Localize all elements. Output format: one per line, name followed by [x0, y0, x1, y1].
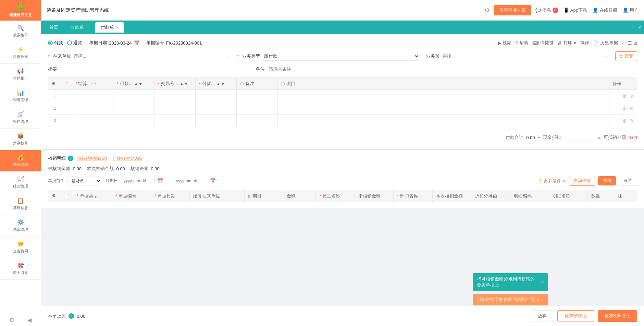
row2-c2[interactable] — [113, 102, 154, 114]
save-draft-button[interactable]: 保存草稿 ∧ — [557, 310, 594, 322]
sidebar-item-guide[interactable]: 🎯 新手引导 — [0, 258, 41, 280]
row1-c2[interactable] — [113, 90, 154, 102]
row1-c1[interactable] — [72, 90, 113, 102]
reconcile-help-icon[interactable]: ? — [68, 156, 73, 161]
col-settings[interactable]: ⚙ — [48, 78, 62, 89]
sidebar-item-enterprise[interactable]: 🤝 企业协同 — [0, 237, 41, 258]
row3-c3[interactable] — [154, 114, 196, 127]
payment-radio[interactable]: 付款 — [48, 40, 63, 46]
sidebar-item-operation[interactable]: 📈 经营管理 — [0, 172, 41, 193]
row3-c1[interactable] — [72, 114, 113, 127]
done-tab[interactable]: 已核销单据(0笔) — [113, 156, 143, 161]
sidebar-item-finance[interactable]: 💰 资金管理 — [0, 150, 41, 172]
next-icon[interactable]: › — [625, 40, 627, 46]
query-btn[interactable]: 查询 — [598, 176, 616, 185]
cash-split-input[interactable] — [568, 134, 595, 141]
doc-range-select[interactable]: 进货单 — [67, 177, 101, 185]
biz-type-select[interactable]: 应付款 — [263, 52, 419, 61]
tab-receipt-close[interactable]: × — [86, 25, 88, 30]
grid-view-icon[interactable]: ⊞ — [633, 40, 637, 46]
row1-c5[interactable] — [237, 90, 278, 102]
tab-payment[interactable]: 付款单 × — [95, 22, 124, 33]
col-txid-arrows[interactable]: ▲▼ — [179, 81, 188, 86]
calendar-icon[interactable]: 📅 — [134, 40, 139, 46]
tab-payment-close[interactable]: × — [116, 25, 119, 30]
action-help[interactable]: ? 帮助 — [516, 40, 528, 46]
rtcol-gear[interactable]: ⚙ — [48, 190, 62, 202]
refund-radio[interactable]: 退款 — [67, 40, 82, 46]
sidebar-item-sales[interactable]: 📊 销售管理 — [0, 85, 41, 107]
list-view-icon[interactable]: ☰ — [628, 40, 632, 46]
row3-c6[interactable] — [278, 114, 609, 127]
calendar-from-icon[interactable]: 📅 — [158, 178, 163, 183]
col-pay2-arrows[interactable]: ▲▼ — [216, 81, 225, 86]
save-new-button[interactable]: 保存&新增 ∧ — [598, 310, 637, 322]
online-service-item[interactable]: 👤 在线客服 — [593, 7, 617, 13]
pending-tab[interactable]: 待核销单据(0笔) — [77, 156, 107, 161]
staff-input[interactable] — [442, 52, 602, 60]
action-video[interactable]: ▶ 视频 — [498, 40, 511, 46]
setting-button[interactable]: ⚙ 设置 — [615, 51, 637, 61]
message-item[interactable]: 💬 消息 6 — [535, 7, 558, 13]
row3-delete-icon[interactable]: 🗑 — [622, 118, 627, 123]
sidebar-item-inventory[interactable]: 📦 库存核算 — [0, 129, 41, 150]
action-shortcut[interactable]: ⌨ 快捷键 — [532, 40, 554, 46]
row2-c4[interactable] — [196, 102, 237, 114]
row2-c1[interactable] — [72, 102, 113, 114]
row3-c2[interactable] — [113, 114, 154, 127]
remark-input[interactable] — [269, 65, 637, 73]
summary-input[interactable] — [61, 65, 245, 73]
sidebar-item-nav[interactable]: ⚡ 快捷导航 — [0, 42, 41, 64]
set-btn[interactable]: 设置 — [619, 176, 637, 186]
prev-icon[interactable]: ‹ — [622, 40, 623, 46]
tooltip-orange-close[interactable]: × — [537, 297, 540, 302]
row3-c5[interactable] — [237, 114, 278, 127]
row1-c4[interactable] — [196, 90, 237, 102]
tab-receipt[interactable]: 收款单 × — [65, 22, 94, 33]
col-pay1-arrows[interactable]: ▲▼ — [134, 81, 143, 86]
row3-c4[interactable] — [196, 114, 237, 127]
tooltip-teal-close[interactable]: × — [541, 279, 544, 285]
row1-c3[interactable] — [154, 90, 196, 102]
collapse-icon[interactable]: ◀ — [27, 317, 32, 323]
close-all-tabs-icon[interactable]: × — [638, 24, 641, 31]
app-download-item[interactable]: 📱 App下载 — [564, 7, 587, 13]
experience-btn[interactable]: 体验行业方案 — [494, 5, 531, 15]
tab-home[interactable]: 首页 — [44, 22, 64, 33]
sidebar-item-search[interactable]: 🔍 搜索菜单 — [0, 21, 41, 42]
rtcol-check[interactable]: ☐ — [62, 190, 73, 202]
settings-icon[interactable]: ⚙ — [485, 7, 490, 13]
abandon-button[interactable]: 放弃 — [531, 310, 554, 322]
form-container: 付款 退款 单据日期 2023-03-24 📅 单据编号 FK-20230324… — [41, 34, 644, 149]
counterpart-more-icon[interactable]: ··· — [226, 54, 230, 59]
settings-bottom-icon[interactable]: ⚙ — [9, 317, 14, 323]
sidebar-item-basic[interactable]: 📋 基础信息 — [0, 193, 41, 215]
row2-c6[interactable] — [278, 102, 609, 114]
col-settle-arrows[interactable]: ▲▼ — [91, 83, 97, 85]
calendar-to-icon[interactable]: 📅 — [210, 178, 215, 183]
action-history[interactable]: 📄 历史单据 — [593, 40, 618, 46]
auto-reconcile-btn[interactable]: 自动核销 — [569, 176, 595, 186]
action-print[interactable]: 🖨 打印 ▾ — [558, 40, 576, 46]
row2-copy-icon[interactable]: ⊕ — [629, 106, 633, 111]
user-item[interactable]: 👤 用户 — [623, 7, 639, 13]
sidebar-item-system[interactable]: ⚙️ 系统管理 — [0, 215, 41, 237]
row2-c5[interactable] — [237, 102, 278, 114]
date-from-input[interactable] — [121, 177, 155, 185]
date-to-input[interactable] — [173, 177, 207, 185]
row1-delete-icon[interactable]: 🗑 — [622, 93, 627, 99]
more-filter-btn[interactable]: ▽ 更多条件 ∧ — [538, 178, 566, 184]
date-value[interactable]: 2023-03-24 — [109, 40, 132, 46]
row2-delete-icon[interactable]: 🗑 — [622, 106, 627, 111]
row2-c3[interactable] — [154, 102, 196, 114]
sidebar-label-enterprise: 企业协同 — [13, 249, 28, 254]
bottom-help-icon[interactable]: ? — [69, 313, 74, 319]
staff-more-icon[interactable]: ··· — [605, 54, 608, 59]
action-operation[interactable]: 操作 — [580, 40, 589, 46]
sidebar-item-purchase[interactable]: 🛒 采购管理 — [0, 107, 41, 129]
row1-c6[interactable] — [278, 90, 609, 102]
counterpart-input[interactable] — [74, 52, 224, 60]
row3-copy-icon[interactable]: ⊕ — [629, 118, 633, 123]
row1-copy-icon[interactable]: ⊕ — [629, 93, 633, 99]
sidebar-item-marketing[interactable]: 📢 营销推广 — [0, 64, 41, 85]
